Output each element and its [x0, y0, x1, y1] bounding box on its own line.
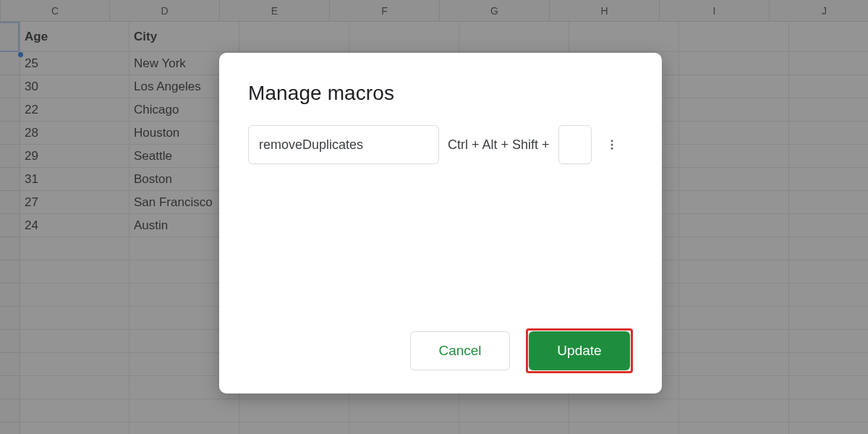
manage-macros-dialog: Manage macros Ctrl + Alt + Shift + Cance…	[219, 53, 662, 393]
update-button-highlight: Update	[526, 328, 633, 373]
svg-point-1	[610, 144, 613, 146]
shortcut-key-input[interactable]	[558, 125, 592, 164]
macro-name-input[interactable]	[248, 125, 439, 164]
shortcut-prefix-label: Ctrl + Alt + Shift +	[448, 137, 550, 153]
dialog-actions: Cancel Update	[248, 328, 633, 373]
macro-row: Ctrl + Alt + Shift +	[248, 125, 633, 164]
cancel-button[interactable]: Cancel	[410, 331, 510, 370]
svg-point-2	[610, 148, 613, 150]
update-button[interactable]: Update	[529, 331, 630, 370]
macro-more-button[interactable]	[600, 130, 624, 159]
dialog-title: Manage macros	[248, 82, 633, 105]
more-vert-icon	[605, 138, 618, 151]
svg-point-0	[610, 140, 613, 142]
